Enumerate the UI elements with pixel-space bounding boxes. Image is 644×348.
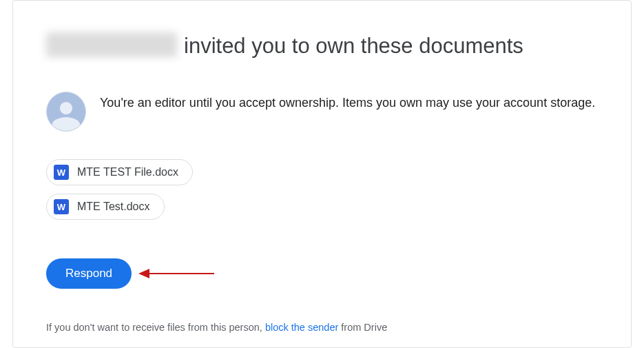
footer-suffix: from Drive (338, 322, 387, 333)
word-doc-icon: W (54, 199, 69, 214)
sender-name-redacted (46, 32, 177, 57)
email-card: invited you to own these documents You'r… (12, 0, 632, 348)
respond-button[interactable]: Respond (46, 258, 132, 289)
title-suffix: invited you to own these documents (184, 34, 523, 59)
info-text: You're an editor until you accept owners… (100, 92, 595, 113)
title-row: invited you to own these documents (46, 28, 598, 59)
info-row: You're an editor until you accept owners… (46, 92, 598, 132)
footer-text: If you don't want to receive files from … (46, 322, 598, 333)
file-chip[interactable]: W MTE TEST File.docx (46, 159, 193, 185)
block-sender-link[interactable]: block the sender (265, 322, 338, 333)
avatar (46, 92, 86, 132)
file-name: MTE Test.docx (77, 201, 150, 213)
person-icon (50, 98, 83, 131)
file-chip[interactable]: W MTE Test.docx (46, 194, 165, 220)
footer-prefix: If you don't want to receive files from … (46, 322, 265, 333)
annotation-arrow (138, 273, 214, 274)
word-doc-icon: W (54, 165, 69, 180)
file-list: W MTE TEST File.docx W MTE Test.docx (46, 159, 598, 220)
action-row: Respond (46, 258, 598, 289)
file-name: MTE TEST File.docx (77, 166, 178, 178)
